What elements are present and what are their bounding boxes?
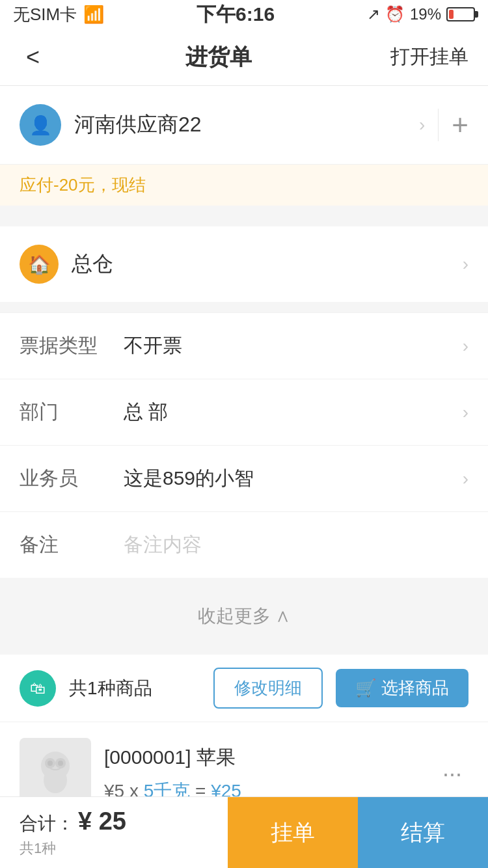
footer: 合计： ¥ 25 共1种 挂单 结算 xyxy=(0,796,488,868)
carrier-label: 无SIM卡 xyxy=(13,3,77,26)
modify-detail-button[interactable]: 修改明细 xyxy=(213,668,323,709)
supplier-section: 👤 河南供应商22 › + 应付-20元，现结 xyxy=(0,86,488,216)
supplier-row[interactable]: 👤 河南供应商22 › + xyxy=(0,86,488,165)
status-left: 无SIM卡 📶 xyxy=(13,3,104,26)
products-icon: 🛍 xyxy=(20,670,56,707)
remark-row[interactable]: 备注 备注内容 xyxy=(0,511,488,578)
hang-button[interactable]: 挂单 xyxy=(228,797,358,868)
supplier-avatar: 👤 xyxy=(20,104,61,146)
total-label: 合计： xyxy=(20,811,74,836)
svg-point-4 xyxy=(58,761,63,766)
dept-row[interactable]: 部门 总 部 › xyxy=(0,379,488,445)
wifi-icon: 📶 xyxy=(83,5,104,25)
bag-icon: 🛍 xyxy=(30,679,46,698)
status-bar: 无SIM卡 📶 下午6:16 ↗ ⏰ 19% xyxy=(0,0,488,29)
content: 👤 河南供应商22 › + 应付-20元，现结 🏠 总仓 › 票据类型 不开票 … xyxy=(0,86,488,868)
svg-point-3 xyxy=(47,761,53,766)
form-section: 票据类型 不开票 › 部门 总 部 › 业务员 这是859的小智 › 备注 备注… xyxy=(0,312,488,578)
remark-label: 备注 xyxy=(20,532,124,558)
back-button[interactable]: < xyxy=(20,37,46,77)
total-sub: 共1种 xyxy=(20,839,208,858)
battery-icon xyxy=(446,7,475,21)
total-value: ¥ 25 xyxy=(78,807,126,835)
dept-label: 部门 xyxy=(20,399,124,426)
battery-percent: 19% xyxy=(410,5,441,23)
dept-value: 总 部 xyxy=(124,399,463,426)
page-title: 进货单 xyxy=(185,42,252,72)
owl-icon xyxy=(29,748,81,800)
supplier-name: 河南供应商22 xyxy=(74,111,419,139)
collapse-label: 收起更多 ∧ xyxy=(198,604,291,629)
product-more-button[interactable]: ··· xyxy=(436,753,468,794)
tip-row: 应付-20元，现结 xyxy=(0,165,488,216)
products-count: 共1种商品 xyxy=(69,676,200,701)
product-code: [0000001] 苹果 xyxy=(104,746,236,768)
divider xyxy=(438,109,439,141)
ticket-value: 不开票 xyxy=(124,332,463,359)
warehouse-row[interactable]: 🏠 总仓 › xyxy=(0,226,488,302)
chevron-right-icon: › xyxy=(463,254,468,275)
sales-value: 这是859的小智 xyxy=(124,465,463,492)
tip-text: 应付-20元，现结 xyxy=(20,175,146,195)
open-hang-button[interactable]: 打开挂单 xyxy=(390,44,468,70)
add-button[interactable]: + xyxy=(452,111,468,139)
warehouse-name: 总仓 xyxy=(72,250,463,278)
products-header: 🛍 共1种商品 修改明细 🛒 选择商品 xyxy=(0,655,488,722)
alarm-icon: ⏰ xyxy=(385,5,405,23)
chevron-right-icon: › xyxy=(419,115,425,135)
chevron-right-icon: › xyxy=(463,402,468,423)
chevron-right-icon: › xyxy=(463,468,468,489)
svg-point-5 xyxy=(44,767,67,793)
settle-button[interactable]: 结算 xyxy=(358,797,488,868)
select-product-button[interactable]: 🛒 选择商品 xyxy=(336,669,468,707)
remark-input[interactable]: 备注内容 xyxy=(124,532,468,558)
warehouse-section[interactable]: 🏠 总仓 › xyxy=(0,226,488,302)
ticket-label: 票据类型 xyxy=(20,332,124,359)
select-icon: 🛒 xyxy=(355,678,376,698)
warehouse-icon: 🏠 xyxy=(20,245,59,284)
status-time: 下午6:16 xyxy=(197,1,275,28)
footer-total: 合计： ¥ 25 共1种 xyxy=(0,797,228,868)
location-icon: ↗ xyxy=(367,5,380,23)
status-right: ↗ ⏰ 19% xyxy=(367,5,475,23)
sales-row[interactable]: 业务员 这是859的小智 › xyxy=(0,445,488,511)
avatar-icon: 👤 xyxy=(29,115,52,136)
chevron-right-icon: › xyxy=(463,336,468,357)
collapse-row[interactable]: 收起更多 ∧ xyxy=(0,588,488,644)
ticket-row[interactable]: 票据类型 不开票 › xyxy=(0,312,488,379)
footer-total-row: 合计： ¥ 25 xyxy=(20,807,208,836)
nav-bar: < 进货单 打开挂单 xyxy=(0,29,488,86)
select-label: 选择商品 xyxy=(381,677,449,699)
product-name: [0000001] 苹果 xyxy=(104,744,423,771)
sales-label: 业务员 xyxy=(20,465,124,492)
product-info: [0000001] 苹果 ¥5 x 5千克 = ¥25 xyxy=(104,744,423,804)
